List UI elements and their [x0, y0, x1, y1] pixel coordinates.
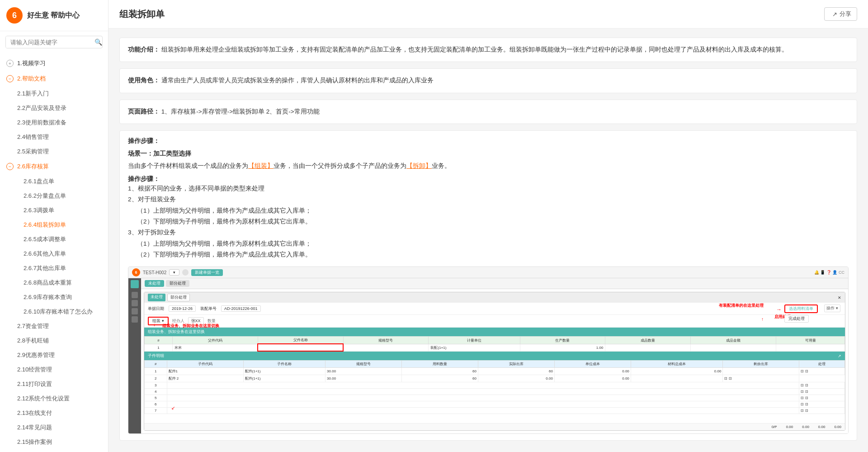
sub-th-action: 处理: [799, 361, 845, 368]
search-icon[interactable]: 🔍: [91, 36, 103, 48]
sub-td-6-empty: [167, 401, 799, 408]
date-value: 2019-12-26: [169, 305, 196, 312]
sidebar-item-settings[interactable]: 2.12系统个性化设置: [0, 391, 108, 406]
sidebar-item-video[interactable]: + 1.视频学习: [0, 56, 108, 71]
sidebar-item-payment[interactable]: 2.13在线支付: [0, 406, 108, 420]
sub-th-remaining: 剩余出库: [723, 361, 799, 368]
sub-row-4: 4 ⊡ ⊡: [145, 389, 845, 395]
annotation3: 组装业务、拆卸业务在这里切换: [162, 323, 219, 329]
sidebar-item-data-prep[interactable]: 2.3使用前数据准备: [0, 115, 108, 130]
screenshot-logo: 6: [132, 268, 140, 276]
sub-td-1-actual: 60: [478, 368, 554, 375]
sub-td-6-num: 6: [145, 401, 167, 408]
sidebar-item-docs[interactable]: − 2.帮助文档: [0, 71, 108, 86]
arrow5: ↙: [171, 405, 175, 410]
sidebar-item-cases[interactable]: 2.15操作案例: [0, 435, 108, 449]
sub-td-2-qty: 60: [402, 375, 478, 382]
sidebar-item-cost-recalc[interactable]: 2.6.8商品成本重算: [0, 276, 108, 290]
sidebar-item-sales[interactable]: 2.4销售管理: [0, 130, 108, 144]
search-box[interactable]: 🔍: [5, 36, 103, 48]
td-fin-qty: [605, 344, 691, 351]
page-header: 组装拆卸单 ↗ 分享: [108, 0, 868, 29]
step2-sub2: （2）下部明细为子件明细，最终作为原材料生成其它出库单。: [128, 216, 849, 227]
sub-td-2-spec: 30.00: [326, 375, 402, 382]
th-parent-name: 父件名称: [258, 337, 343, 344]
sub-td-5-empty: [167, 395, 799, 401]
extra-btns: 操作 ▾: [824, 305, 840, 312]
tab-partial: 部分处理: [166, 280, 189, 287]
footer-prod-qty: 0/P: [772, 425, 777, 429]
close-icon: ✕: [838, 295, 841, 300]
sidebar-item-coupon[interactable]: 2.9优惠券管理: [0, 348, 108, 362]
sidebar-item-inventory[interactable]: − 2.6库存核算: [0, 159, 108, 174]
sidebar-item-partial-stocktake[interactable]: 2.6.2分量盘点单: [0, 189, 108, 203]
sidebar-item-mobile[interactable]: 2.8手机旺铺: [0, 333, 108, 348]
td-spec: [343, 344, 429, 351]
sidebar-item-stocktake[interactable]: 2.6.1盘点单: [0, 174, 108, 189]
sub-td-4-action: ⊡ ⊡: [799, 389, 845, 395]
sidebar-item-other-in[interactable]: 2.6.6其他入库单: [0, 247, 108, 261]
step2: 2、对于组装业务: [128, 194, 849, 205]
sidebar-item-stock-ledger[interactable]: 2.6.9库存账本查询: [0, 290, 108, 305]
sidebar-item-assembly[interactable]: 2.6.4组装拆卸单: [0, 218, 108, 232]
parent-table-row: 1 米米 装配(1×1) 1.00: [145, 344, 845, 351]
sidebar-item-cost-adjust[interactable]: 2.6.5成本调整单: [0, 232, 108, 247]
refresh-icon: ↗: [838, 354, 841, 358]
assembly-value: AD-20191226-001: [221, 305, 261, 312]
scenario1-title: 场景一：加工类型选择: [128, 150, 849, 158]
th-spec: 规格型号: [343, 337, 429, 344]
steps-label: 操作步骤：: [128, 175, 849, 183]
sub-td-1-num: 1: [145, 368, 167, 375]
screenshot-company: TEST-H002: [143, 270, 166, 275]
sidebar-item-ops[interactable]: 2.10经营管理: [0, 362, 108, 377]
sidebar-item-other-out[interactable]: 2.6.7其他出库单: [0, 261, 108, 276]
sidebar-item-install[interactable]: 2.2产品安装及登录: [0, 101, 108, 115]
sub-td-2-name: 配件(1+1): [243, 375, 326, 382]
sidebar-item-transfer[interactable]: 2.6.3调拨单: [0, 203, 108, 218]
feature-intro-text: 组装拆卸单用来处理企业组装或拆卸等加工业务，支持有固定装配清单的产品加工业务，也…: [161, 46, 788, 53]
sub-td-7-num: 7: [145, 408, 167, 414]
sub-section-label: 子件明细: [148, 353, 164, 359]
footer-remain: 0.00: [834, 425, 841, 429]
sub-td-1-remain: [723, 368, 799, 375]
step3: 3、对于拆卸业务: [128, 227, 849, 238]
sidebar-item-print[interactable]: 2.11打印设置: [0, 377, 108, 391]
search-input[interactable]: [6, 36, 91, 48]
sub-th-code: 子件代码: [167, 361, 243, 368]
screenshot-iconbar: [128, 278, 141, 433]
sidebar-item-purchase[interactable]: 2.5采购管理: [0, 144, 108, 159]
th-fin-amt: 成品金额: [691, 337, 776, 344]
footer-unit-cost: 0.00: [802, 425, 809, 429]
sidebar-item-finance[interactable]: 2.7资金管理: [0, 319, 108, 333]
sub-th-qty: 用料数量: [402, 361, 478, 368]
share-button[interactable]: ↗ 分享: [824, 7, 857, 21]
section-header-sub: 子件明细 ↗: [144, 352, 845, 360]
role-label: 使用角色：: [128, 77, 160, 84]
sidebar-item-faq[interactable]: 2.14常见问题: [0, 420, 108, 435]
page-body: 功能介绍： 组装拆卸单用来处理企业组装或拆卸等加工业务，支持有固定装配清单的产品…: [108, 29, 868, 452]
sub-td-3-empty: [167, 382, 799, 389]
sub-td-1-total: 0.00: [631, 368, 723, 375]
screenshot-new-btn: 新建单据一览: [191, 269, 223, 276]
form-type-row: 组装 ▾ 经办人 张XX 数量 组装业务、拆卸业务在这里切换 ↓ 启用处理 ↑: [144, 315, 845, 328]
form-tab-new: 未处理: [148, 294, 165, 301]
sidebar-nav: + 1.视频学习 − 2.帮助文档 2.1新手入门 2.2产品安装及登录 2.3…: [0, 53, 108, 452]
sidebar-item-newbie[interactable]: 2.1新手入门: [0, 86, 108, 101]
assembly-label: 装配单号: [200, 306, 217, 312]
sidebar: 6 好生意 帮助中心 🔍 + 1.视频学习 − 2.帮助文档 2.1新手入门 2…: [0, 0, 108, 452]
sub-row-2: 2 配件 2 配件(1+1) 30.00 60 0.00 0.00: [145, 375, 845, 382]
arrow3: ↓: [153, 322, 156, 327]
sub-td-1-code: 配件1: [167, 368, 243, 375]
collapse-icon: −: [6, 75, 14, 82]
th-num: #: [145, 337, 173, 344]
sub-table-body: 1 配件1 配件(1+1) 30.00 60 60 0.00 0.00: [145, 368, 845, 414]
arrow4: ↑: [761, 317, 764, 322]
td-code: 米米: [172, 344, 258, 351]
tab-unprocessed: 未处理: [145, 280, 164, 287]
sub-th-spec: 规格型号: [326, 361, 402, 368]
sidebar-item-ledger-issue[interactable]: 2.6.10库存账本错了怎么办: [0, 305, 108, 319]
td-prod-qty: 1.00: [520, 344, 605, 351]
expand-icon: +: [6, 60, 14, 67]
sub-th-unit-cost: 单位成本: [554, 361, 631, 368]
nav-group-video: + 1.视频学习: [0, 56, 108, 71]
